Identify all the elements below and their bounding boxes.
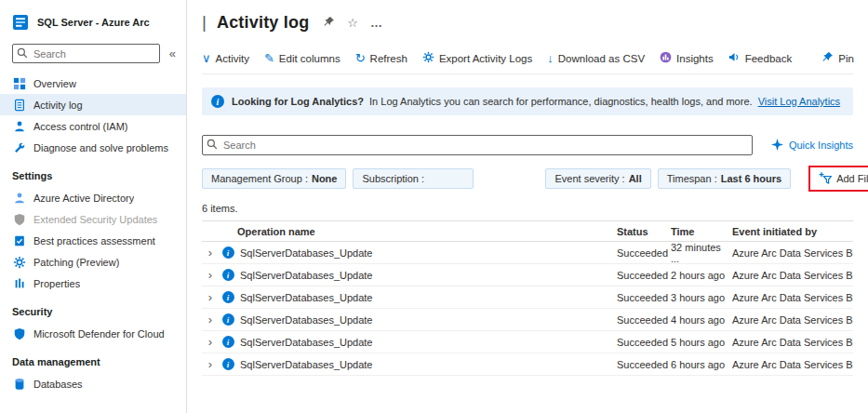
- export-activity-logs-button[interactable]: Export Activity Logs: [422, 51, 532, 65]
- refresh-icon: ↻: [355, 52, 366, 64]
- shield-icon: [12, 212, 26, 226]
- row-time: 5 hours ago: [671, 337, 732, 348]
- sidebar-item-label: Best practices assessment: [33, 235, 155, 246]
- row-status: Succeeded: [617, 292, 671, 303]
- visit-log-analytics-link[interactable]: Visit Log Analytics: [758, 96, 840, 107]
- pencil-icon: ✎: [264, 52, 274, 64]
- activity-search-input[interactable]: [202, 135, 753, 155]
- row-status: Succeeded: [617, 337, 671, 348]
- properties-bars-icon: [12, 276, 26, 290]
- column-header-operation-name[interactable]: Operation name: [237, 226, 617, 237]
- sidebar-collapse-button[interactable]: «: [167, 47, 179, 60]
- filter-pill-timespan[interactable]: Timespan : Last 6 hours: [658, 168, 791, 189]
- resource-title: SQL Server - Azure Arc: [37, 17, 150, 28]
- sidebar-item-patching[interactable]: Patching (Preview): [0, 251, 186, 273]
- row-operation-name: SqlServerDatabases_Update: [237, 359, 617, 370]
- sidebar-item-label: Access control (IAM): [33, 121, 127, 132]
- sidebar-item-label: Activity log: [33, 100, 83, 111]
- wrench-icon: [12, 140, 26, 154]
- feedback-button[interactable]: Feedback: [728, 51, 793, 65]
- edit-columns-button[interactable]: ✎ Edit columns: [264, 52, 341, 64]
- row-initiated-by: Azure Arc Data Services Bi...: [732, 292, 853, 303]
- resource-header: SQL Server - Azure Arc: [0, 0, 186, 36]
- download-csv-button[interactable]: ↓ Download as CSV: [547, 52, 645, 64]
- sidebar-item-label: Patching (Preview): [33, 257, 119, 268]
- row-info-icon[interactable]: i: [219, 336, 237, 348]
- sidebar-search-input[interactable]: [12, 44, 160, 63]
- sidebar-item-properties[interactable]: Properties: [0, 273, 186, 294]
- row-expander-icon[interactable]: ›: [202, 268, 219, 282]
- table-row[interactable]: › i SqlServerDatabases_Update Succeeded …: [202, 264, 853, 286]
- feedback-megaphone-icon: [728, 51, 741, 65]
- pill-label: Event severity :: [554, 173, 624, 184]
- command-bar: ∨ Activity ✎ Edit columns ↻ Refresh Expo…: [202, 51, 853, 74]
- banner-bold-text: Looking for Log Analytics?: [232, 96, 364, 107]
- filter-pill-event-severity[interactable]: Event severity : All: [545, 168, 650, 189]
- column-header-status[interactable]: Status: [617, 226, 671, 237]
- row-time: 3 hours ago: [671, 292, 732, 303]
- insights-button[interactable]: Insights: [660, 51, 714, 65]
- table-row[interactable]: › i SqlServerDatabases_Update Succeeded …: [202, 286, 853, 309]
- sidebar: SQL Server - Azure Arc « Overview Activi…: [0, 0, 187, 413]
- row-info-icon[interactable]: i: [219, 269, 237, 281]
- sidebar-section-security: Security: [0, 294, 186, 323]
- column-header-event-initiated-by[interactable]: Event initiated by: [732, 226, 853, 237]
- row-status: Succeeded: [617, 270, 671, 281]
- edit-columns-label: Edit columns: [279, 53, 341, 64]
- sidebar-item-label: Microsoft Defender for Cloud: [33, 328, 165, 340]
- quick-insights-button[interactable]: Quick Insights: [771, 139, 853, 153]
- filter-pill-management-group[interactable]: Management Group : None: [202, 168, 346, 189]
- sidebar-search-box: [12, 44, 160, 63]
- filter-pill-subscription[interactable]: Subscription :: [353, 168, 474, 189]
- sidebar-item-label: Extended Security Updates: [33, 214, 157, 225]
- sidebar-item-extended-security-updates[interactable]: Extended Security Updates: [0, 208, 186, 230]
- sidebar-item-label: Diagnose and solve problems: [33, 142, 168, 153]
- sidebar-search-row: «: [12, 44, 179, 63]
- sidebar-item-azure-active-directory[interactable]: Azure Active Directory: [0, 187, 186, 208]
- activity-log-table: Operation name Status Time Event initiat…: [202, 220, 853, 376]
- table-row[interactable]: › i SqlServerDatabases_Update Succeeded …: [202, 309, 853, 331]
- row-info-icon[interactable]: i: [219, 246, 237, 259]
- log-analytics-banner: i Looking for Log Analytics? In Log Anal…: [202, 87, 853, 115]
- title-separator: |: [202, 12, 207, 33]
- add-filter-label: Add Filter: [836, 173, 868, 184]
- page-title: Activity log: [217, 13, 309, 33]
- row-info-icon[interactable]: i: [219, 358, 237, 370]
- row-info-icon[interactable]: i: [219, 313, 237, 326]
- main-content: | Activity log ☆ … ∨ Activity ✎ Edit col…: [187, 0, 868, 413]
- more-options-icon[interactable]: …: [370, 16, 382, 30]
- sidebar-item-activity-log[interactable]: Activity log: [0, 94, 186, 115]
- row-initiated-by: Azure Arc Data Services Bi...: [732, 314, 853, 326]
- filter-search-row: Quick Insights: [202, 135, 853, 155]
- table-row[interactable]: › i SqlServerDatabases_Update Succeeded …: [202, 242, 853, 264]
- row-info-icon[interactable]: i: [219, 291, 237, 303]
- favorite-star-icon[interactable]: ☆: [347, 16, 358, 30]
- row-initiated-by: Azure Arc Data Services Bi...: [732, 359, 853, 370]
- row-status: Succeeded: [617, 247, 671, 259]
- table-row[interactable]: › i SqlServerDatabases_Update Succeeded …: [202, 331, 853, 353]
- column-header-time[interactable]: Time: [671, 226, 732, 237]
- sidebar-item-diagnose[interactable]: Diagnose and solve problems: [0, 137, 186, 158]
- row-expander-icon[interactable]: ›: [202, 313, 219, 326]
- row-expander-icon[interactable]: ›: [202, 357, 219, 371]
- sidebar-item-defender[interactable]: Microsoft Defender for Cloud: [0, 323, 186, 344]
- add-filter-button[interactable]: Add Filter: [813, 169, 868, 188]
- row-expander-icon[interactable]: ›: [202, 290, 219, 304]
- table-row[interactable]: › i SqlServerDatabases_Update Succeeded …: [202, 353, 853, 376]
- insights-label: Insights: [676, 53, 714, 64]
- row-expander-icon[interactable]: ›: [202, 335, 219, 349]
- gear-icon: [12, 255, 26, 269]
- sidebar-item-databases[interactable]: Databases: [0, 373, 186, 394]
- row-operation-name: SqlServerDatabases_Update: [237, 270, 617, 281]
- activity-dropdown[interactable]: ∨ Activity: [202, 52, 249, 64]
- sidebar-item-overview[interactable]: Overview: [0, 73, 186, 94]
- pin-icon[interactable]: [323, 16, 335, 30]
- banner-body-text: In Log Analytics you can search for perf…: [369, 96, 753, 107]
- sidebar-item-best-practices[interactable]: Best practices assessment: [0, 230, 186, 251]
- pin-button[interactable]: Pin: [821, 51, 854, 65]
- sidebar-item-access-control[interactable]: Access control (IAM): [0, 115, 186, 137]
- refresh-button[interactable]: ↻ Refresh: [355, 52, 407, 64]
- row-expander-icon[interactable]: ›: [202, 246, 219, 260]
- activity-log-icon: [12, 98, 26, 112]
- access-control-icon: [12, 119, 26, 133]
